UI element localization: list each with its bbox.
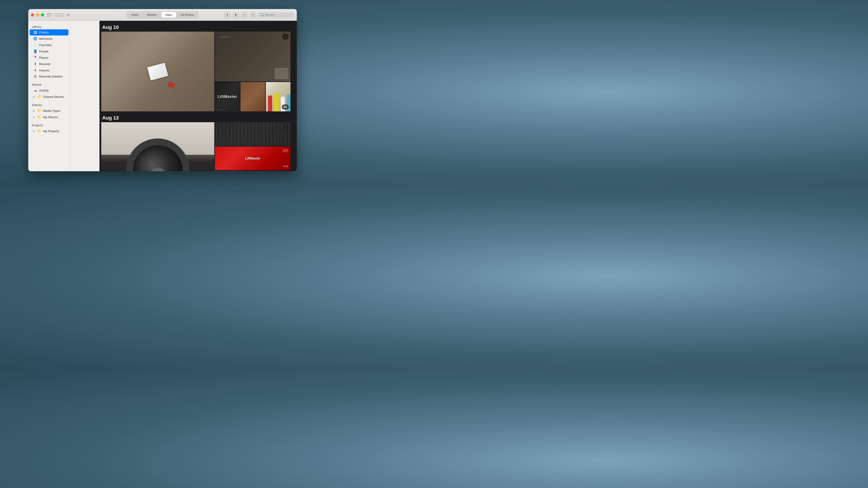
media-types-icon: 📁 <box>37 109 41 113</box>
expand-arrow-media: ▶ <box>33 109 35 112</box>
day-label-aug13: Aug 13 <box>101 113 290 122</box>
favorites-icon: ♡ <box>33 43 37 47</box>
photo-badge-aug10-mr: +6 <box>282 104 289 109</box>
main-content: Library 🖼 Photos 🌀 Memories ♡ Favorites … <box>28 21 297 171</box>
expand-arrow-shared: ▶ <box>33 96 35 98</box>
tab-all-photos[interactable]: All Photos <box>177 12 198 18</box>
photo-aug10-main[interactable] <box>101 32 214 111</box>
activity-icon: ☁ <box>33 88 37 92</box>
sidebar-item-shared-albums[interactable]: ▶ 📁 Shared Albums <box>30 94 68 100</box>
sidebar-label-my-albums: My Albums <box>43 116 58 119</box>
trash-icon: 🗑 <box>33 74 37 78</box>
library-section-label: Library <box>28 24 70 29</box>
aug13-br <box>215 171 290 171</box>
projects-section-label: Projects <box>28 122 70 128</box>
titlebar: ⊞ Years Months Days All Photos ℹ ⬆ ♡ ⤴ 🔍 <box>28 9 297 21</box>
sidebar-item-my-projects[interactable]: ▶ 📁 My Projects <box>30 128 68 134</box>
photo-aug13-mr[interactable]: LiftMaster myQ <box>215 147 290 170</box>
titlebar-icons: ⊞ <box>47 13 70 17</box>
photos-window: ⊞ Years Months Days All Photos ℹ ⬆ ♡ ⤴ 🔍 <box>28 9 297 171</box>
expand-arrow-projects: ▶ <box>33 130 35 132</box>
sidebar-item-recently-deleted[interactable]: 🗑 Recently Deleted <box>30 73 68 79</box>
sidebar-label-recents: Recents <box>39 62 51 66</box>
sidebar-label-recently-deleted: Recently Deleted <box>39 75 62 78</box>
info-icon: ℹ <box>227 13 228 17</box>
day-group-aug10: Aug 10 ··· <box>101 23 290 111</box>
tab-days[interactable]: Days <box>161 12 176 18</box>
sidebar-label-media-types: Media Types <box>43 109 60 112</box>
more-button-aug10-tr[interactable]: ··· <box>282 33 289 40</box>
aug13-grid: ··· ··· <box>101 122 290 171</box>
favorite-button[interactable]: ♡ <box>241 12 248 18</box>
sidebar-item-media-types[interactable]: ▶ 📁 Media Types <box>30 107 68 114</box>
titlebar-right: ℹ ⬆ ♡ ⤴ 🔍 <box>223 12 294 18</box>
sidebar-label-places: Places <box>39 56 49 59</box>
minimize-button[interactable] <box>36 13 39 17</box>
sidebar-item-photos[interactable]: 🖼 Photos <box>30 29 68 35</box>
photo-area[interactable]: Aug 10 ··· <box>99 21 292 171</box>
shared-albums-icon: 📁 <box>37 95 41 99</box>
places-icon: 📍 <box>33 56 37 60</box>
memories-icon: 🌀 <box>33 37 37 41</box>
sidebar-item-my-albums[interactable]: ▶ 📁 My Albums <box>30 114 68 120</box>
grid-view-icon[interactable]: ⊞ <box>67 13 70 17</box>
photo-aug13-br-right[interactable] <box>253 171 290 171</box>
sidebar-item-recents[interactable]: ⬇ Recents <box>30 61 68 67</box>
tab-years[interactable]: Years <box>127 12 143 18</box>
maximize-button[interactable] <box>41 13 44 17</box>
sidebar-toggle-icon[interactable] <box>47 13 52 17</box>
sidebar-item-activity[interactable]: ☁ Activity <box>30 87 68 94</box>
recents-icon: ⬇ <box>33 62 37 66</box>
sidebar-item-places[interactable]: 📍 Places <box>30 55 68 61</box>
heart-icon: ♡ <box>243 13 246 17</box>
sidebar-item-favorites[interactable]: ♡ Favorites <box>30 42 68 48</box>
photo-aug10-tr[interactable]: ··· <box>215 32 290 81</box>
export-button[interactable]: ⤴ <box>249 12 256 18</box>
sidebar-label-activity: Activity <box>39 89 49 92</box>
sidebar-item-memories[interactable]: 🌀 Memories <box>30 35 68 42</box>
my-projects-icon: 📁 <box>37 129 41 133</box>
close-button[interactable] <box>31 13 34 17</box>
sidebar-label-photos: Photos <box>39 31 49 34</box>
sidebar-label-shared-albums: Shared Albums <box>43 95 64 98</box>
share-icon: ⬆ <box>235 13 237 17</box>
photo-aug13-br-left[interactable] <box>215 171 252 171</box>
sidebar-label-my-projects: My Projects <box>43 129 59 133</box>
aug13-right-col: ··· LiftMaster myQ <box>215 122 290 171</box>
photo-aug10-mm[interactable] <box>241 82 265 111</box>
day-group-aug13: Aug 13 ··· <box>101 113 290 171</box>
albums-section-label: Albums <box>28 102 70 107</box>
sidebar-label-people: People <box>39 50 49 53</box>
zoom-slider[interactable] <box>54 13 65 17</box>
photo-aug10-mr[interactable]: +6 <box>266 82 290 111</box>
share-button[interactable]: ⬆ <box>232 12 239 18</box>
shared-section-label: Shared <box>28 81 70 87</box>
photo-aug10-ml[interactable] <box>215 82 240 111</box>
sidebar-item-people[interactable]: 👤 People <box>30 48 68 55</box>
view-tabs: Years Months Days All Photos <box>126 11 199 18</box>
traffic-lights <box>31 13 44 17</box>
search-input[interactable] <box>265 13 292 17</box>
left-strip <box>70 21 99 171</box>
my-albums-icon: 📁 <box>37 115 41 119</box>
sidebar-label-favorites: Favorites <box>39 43 52 47</box>
photo-aug13-main[interactable]: ··· <box>101 122 214 171</box>
photo-aug13-tr[interactable]: ··· <box>215 122 290 146</box>
sidebar-item-imports[interactable]: ⬇ Imports <box>30 67 68 73</box>
export-icon: ⤴ <box>252 13 254 17</box>
aug10-grid: ··· <box>101 32 290 111</box>
sidebar-label-memories: Memories <box>39 37 53 40</box>
tab-months[interactable]: Months <box>143 12 161 18</box>
photos-icon: 🖼 <box>33 31 37 34</box>
people-icon: 👤 <box>33 49 37 53</box>
aug10-bottom-row: +6 <box>215 82 290 111</box>
imports-icon: ⬇ <box>33 68 37 72</box>
sidebar-label-imports: Imports <box>39 69 49 72</box>
sidebar: Library 🖼 Photos 🌀 Memories ♡ Favorites … <box>28 21 70 171</box>
search-bar[interactable]: 🔍 <box>258 12 294 18</box>
info-button[interactable]: ℹ <box>223 12 231 18</box>
day-label-aug10: Aug 10 <box>101 23 290 32</box>
expand-arrow-albums: ▶ <box>33 116 35 119</box>
right-panel <box>292 21 297 171</box>
search-icon: 🔍 <box>260 13 264 17</box>
